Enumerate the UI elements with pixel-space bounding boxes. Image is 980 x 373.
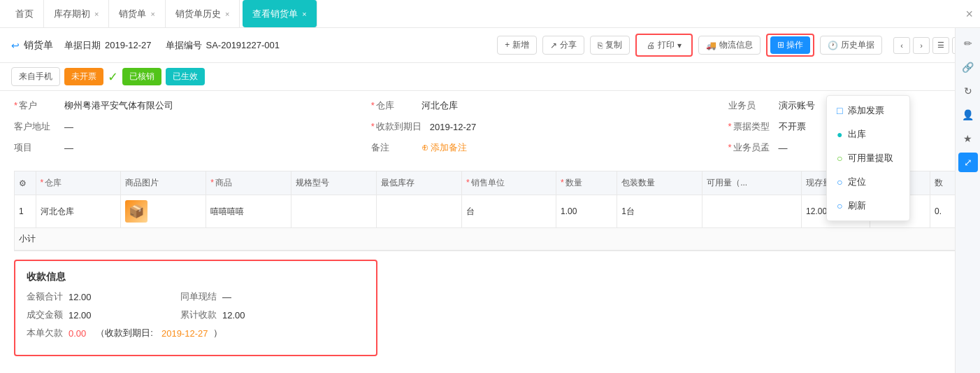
- sidebar-refresh-circle-icon[interactable]: ↻: [958, 81, 978, 101]
- list-view-button[interactable]: ☰: [932, 37, 949, 54]
- history-button[interactable]: 🕐 历史单据: [820, 36, 882, 55]
- new-button[interactable]: + 新增: [497, 36, 536, 55]
- available-qty-icon: ○: [837, 153, 842, 164]
- row-quantity: 1.00: [556, 195, 617, 228]
- tab-sales[interactable]: 销货单 ×: [109, 0, 165, 27]
- form-row-1: 客户 柳州粤港平安气体有限公司 仓库 河北仓库 业务员 演示账号: [14, 99, 966, 112]
- address-label: 客户地址: [14, 120, 56, 133]
- same-settlement-value: —: [222, 292, 231, 302]
- next-button[interactable]: ›: [913, 37, 930, 54]
- sidebar-user-icon[interactable]: 👤: [958, 105, 978, 125]
- row-spec: [291, 195, 377, 228]
- arrears-value: 0.00: [69, 328, 86, 339]
- tab-view-sales-close[interactable]: ×: [302, 10, 306, 18]
- arrears-date: 2019-12-27: [161, 328, 208, 339]
- tab-sales-history-label: 销货单历史: [175, 8, 221, 20]
- plus-icon: ⊕: [421, 142, 428, 153]
- doc-info: 单据日期 2019-12-27 单据编号 SA-20191227-001: [64, 39, 486, 52]
- history-icon: 🕐: [828, 41, 838, 50]
- effective-status-btn[interactable]: 已生效: [166, 68, 205, 85]
- tab-view-sales[interactable]: 查看销货单 ×: [243, 0, 317, 27]
- subtotal-row: 小计: [15, 228, 965, 251]
- cumulative-label: 累计收款: [180, 309, 217, 321]
- status-toolbar: 来自手机 未开票 ✓ 已核销 已生效: [0, 63, 980, 91]
- deal-amount-label: 成交金额: [27, 309, 63, 321]
- doc-header: ↩ 销货单 单据日期 2019-12-27 单据编号 SA-20191227-0…: [0, 28, 980, 63]
- project-field: 项目 —: [14, 141, 371, 154]
- tab-sales-label: 销货单: [119, 8, 146, 20]
- gear-column-header[interactable]: ⚙: [15, 171, 36, 195]
- same-settlement-item: 同单现结 —: [180, 290, 306, 303]
- address-field: 客户地址 —: [14, 120, 371, 133]
- table-wrap: ⚙ 仓库 商品图片 商品 规格型号 最低库存 销售单位 数量 包装数量 可用量（…: [14, 171, 966, 251]
- truck-icon: 🚚: [706, 41, 716, 50]
- doc-date-value: 2019-12-27: [105, 40, 152, 50]
- tab-home[interactable]: 首页: [6, 0, 44, 27]
- spec-column-header: 规格型号: [291, 171, 377, 195]
- form-row-3: 项目 — 备注 ⊕ 添加备注 业务员孟 —: [14, 141, 966, 154]
- payment-info-box: 收款信息 金额合计 12.00 同单现结 — 成交金额 12.00 累计收款: [14, 260, 377, 356]
- doc-actions: + 新增 ↗ 分享 ⎘ 复制 🖨 打印 ▾ 🚚: [497, 34, 969, 57]
- tab-sales-close[interactable]: ×: [150, 10, 154, 18]
- add-invoice-item[interactable]: □ 添加发票: [827, 99, 909, 122]
- tab-home-label: 首页: [15, 8, 34, 20]
- cumulative-item: 累计收款 12.00: [180, 309, 306, 321]
- customer-label: 客户: [14, 99, 56, 112]
- available-qty-item[interactable]: ○ 可用量提取: [827, 146, 909, 170]
- logistics-button[interactable]: 🚚 物流信息: [698, 36, 761, 55]
- tab-sales-history-close[interactable]: ×: [225, 10, 229, 18]
- doc-title-text: 销货单: [24, 39, 53, 52]
- copy-icon: ⎘: [598, 41, 603, 50]
- payment-row-3: 本单欠款 0.00 （收款到期日: 2019-12-27 ）: [27, 327, 365, 339]
- grid-icon: ⊞: [777, 40, 784, 50]
- table-header-row: ⚙ 仓库 商品图片 商品 规格型号 最低库存 销售单位 数量 包装数量 可用量（…: [15, 171, 965, 195]
- project-value: —: [62, 143, 73, 153]
- note-label: 备注: [371, 141, 413, 154]
- unit-column-header: 销售单位: [461, 171, 556, 195]
- tab-inventory-label: 库存期初: [54, 8, 90, 20]
- arrears-note-end: ）: [213, 327, 222, 339]
- sidebar-edit-icon[interactable]: ✏: [958, 34, 978, 53]
- sidebar-star-icon[interactable]: ★: [958, 129, 978, 148]
- share-icon: ↗: [550, 41, 557, 50]
- add-note-button[interactable]: ⊕ 添加备注: [419, 141, 468, 154]
- row-min-stock: [377, 195, 462, 228]
- refresh-item[interactable]: ○ 刷新: [827, 194, 909, 218]
- tab-inventory[interactable]: 库存期初 ×: [44, 0, 109, 27]
- outbound-icon: ●: [837, 129, 842, 140]
- product-thumbnail: 📦: [125, 200, 147, 223]
- payment-title: 收款信息: [27, 271, 365, 283]
- copy-button[interactable]: ⎘ 复制: [590, 36, 630, 55]
- sold-status-btn[interactable]: 已核销: [122, 68, 161, 85]
- outbound-label: 出库: [848, 128, 866, 141]
- doc-date-label: 单据日期: [64, 39, 101, 52]
- invoice-icon: □: [837, 105, 842, 116]
- sidebar-expand-icon[interactable]: ⤢: [958, 153, 978, 172]
- doc-number-item: 单据编号 SA-20191227-001: [166, 39, 280, 52]
- operation-button[interactable]: ⊞ 操作: [770, 36, 810, 54]
- ticket-type-value: 不开票: [776, 120, 806, 133]
- locate-item[interactable]: ○ 定位: [827, 170, 909, 194]
- locate-icon: ○: [837, 176, 842, 188]
- locate-label: 定位: [848, 176, 866, 188]
- print-button[interactable]: 🖨 打印 ▾: [640, 36, 689, 54]
- doc-icon: ↩: [11, 40, 20, 51]
- unopened-status-btn[interactable]: 未开票: [64, 68, 103, 85]
- row-product: 嘻嘻嘻嘻: [206, 195, 291, 228]
- prev-button[interactable]: ‹: [893, 37, 910, 54]
- warehouse-field: 仓库 河北仓库: [371, 99, 728, 112]
- tab-bar: 首页 库存期初 × 销货单 × 销货单历史 × 查看销货单 × ×: [0, 0, 980, 28]
- tab-sales-history[interactable]: 销货单历史 ×: [166, 0, 240, 27]
- tab-inventory-close[interactable]: ×: [94, 10, 99, 18]
- outbound-item[interactable]: ● 出库: [827, 122, 909, 146]
- add-invoice-label: 添加发票: [848, 104, 884, 117]
- available-column-header: 可用量（...: [702, 171, 802, 195]
- phone-status-btn[interactable]: 来自手机: [11, 67, 60, 86]
- sidebar-link-icon[interactable]: 🔗: [958, 57, 978, 77]
- sales-staff-label: 业务员孟: [728, 141, 770, 154]
- print-button-highlight: 🖨 打印 ▾: [635, 34, 693, 57]
- row-index: 1: [15, 195, 36, 228]
- window-close-button[interactable]: ×: [965, 6, 973, 21]
- share-button[interactable]: ↗ 分享: [542, 36, 584, 55]
- refresh-icon: ○: [837, 200, 842, 211]
